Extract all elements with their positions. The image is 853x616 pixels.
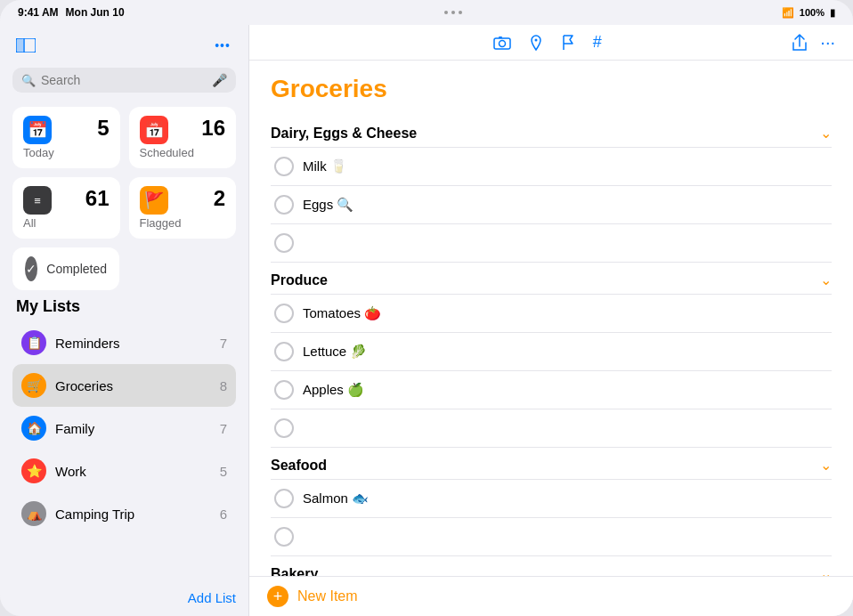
scheduled-label: Scheduled [140, 146, 226, 159]
dairy-title: Dairy, Eggs & Cheese [271, 126, 417, 142]
groceries-name: Groceries [55, 378, 211, 393]
svg-rect-0 [16, 38, 23, 53]
reminder-apples: Apples 🍏 [271, 371, 832, 409]
today-label: Today [23, 146, 110, 159]
salmon-text: Salmon 🐟 [303, 490, 832, 507]
toolbar-right: ··· [792, 32, 835, 53]
list-item-work[interactable]: ⭐ Work 5 [12, 450, 236, 492]
dot2 [451, 11, 455, 14]
add-list-button[interactable]: Add List [188, 590, 236, 605]
family-count: 7 [220, 421, 227, 436]
smart-tile-today[interactable]: 📅 5 Today [12, 107, 120, 168]
status-bar: 9:41 AM Mon Jun 10 📶 100% ▮ [0, 0, 853, 25]
camera-icon[interactable] [493, 36, 511, 50]
today-icon: 📅 [23, 116, 52, 144]
svg-rect-5 [499, 36, 502, 38]
produce-chevron[interactable]: ⌄ [820, 272, 832, 288]
reminder-lettuce: Lettuce 🥬 [271, 333, 832, 371]
dairy-empty-checkbox[interactable] [274, 233, 294, 253]
bakery-title: Bakery [271, 566, 318, 577]
reminder-milk: Milk 🥛 [271, 148, 832, 186]
reminder-tomatoes: Tomatoes 🍅 [271, 295, 832, 333]
produce-empty-checkbox[interactable] [274, 418, 294, 438]
list-item-reminders[interactable]: 📋 Reminders 7 [12, 321, 236, 364]
eggs-checkbox[interactable] [274, 195, 294, 215]
list-item-family[interactable]: 🏠 Family 7 [12, 407, 236, 450]
more-options-icon[interactable]: ··· [820, 32, 835, 53]
sidebar-more-button[interactable]: ••• [209, 32, 236, 59]
seafood-chevron[interactable]: ⌄ [820, 457, 832, 474]
groceries-icon: 🛒 [21, 373, 46, 398]
reminder-salmon: Salmon 🐟 [271, 480, 832, 518]
ipad-frame: 9:41 AM Mon Jun 10 📶 100% ▮ [0, 0, 853, 616]
toolbar-center: # [493, 33, 602, 52]
my-lists-section: My Lists 📋 Reminders 7 🛒 Groceries 8 [0, 297, 248, 583]
groceries-count: 8 [220, 378, 227, 393]
share-icon[interactable] [792, 34, 808, 52]
hashtag-icon[interactable]: # [593, 33, 602, 52]
search-input[interactable] [41, 73, 207, 87]
search-bar[interactable]: 🔍 🎤 [12, 68, 236, 93]
seafood-title-row: Seafood ⌄ [271, 451, 832, 480]
all-count: 61 [85, 186, 110, 211]
sidebar-footer: Add List [0, 583, 248, 616]
smart-lists-grid: 📅 5 Today 📅 16 Scheduled ≡ 61 [0, 98, 248, 247]
list-item-camping[interactable]: ⛺ Camping Trip 6 [12, 492, 236, 535]
sidebar-toggle-button[interactable] [12, 32, 39, 59]
battery-icon: ▮ [830, 7, 835, 19]
camping-count: 6 [220, 507, 227, 522]
milk-checkbox[interactable] [274, 157, 294, 176]
work-count: 5 [220, 464, 227, 479]
smart-tile-scheduled[interactable]: 📅 16 Scheduled [129, 107, 237, 168]
completed-section: ✓ Completed [0, 247, 248, 297]
tomatoes-checkbox[interactable] [274, 304, 294, 323]
seafood-title: Seafood [271, 458, 327, 474]
location-icon[interactable] [529, 35, 543, 51]
flagged-label: Flagged [140, 216, 226, 230]
dairy-title-row: Dairy, Eggs & Cheese ⌄ [271, 119, 832, 148]
all-label: All [23, 216, 110, 230]
milk-text: Milk 🥛 [303, 158, 832, 174]
main-layout: ••• 🔍 🎤 📅 5 Today [0, 25, 853, 616]
status-bar-right: 📶 100% ▮ [782, 7, 835, 19]
list-item-groceries[interactable]: 🛒 Groceries 8 [12, 364, 236, 407]
camping-icon: ⛺ [21, 501, 46, 526]
salmon-checkbox[interactable] [274, 489, 294, 508]
reminders-name: Reminders [55, 336, 211, 351]
flag-icon[interactable] [561, 35, 575, 51]
work-icon: ⭐ [21, 458, 46, 483]
status-bar-center [444, 11, 462, 14]
new-item-label[interactable]: New Item [297, 588, 358, 604]
apples-checkbox[interactable] [274, 380, 294, 400]
smart-tile-flagged[interactable]: 🚩 2 Flagged [129, 177, 237, 239]
scheduled-count: 16 [201, 116, 225, 141]
lettuce-text: Lettuce 🥬 [303, 344, 832, 360]
section-dairy: Dairy, Eggs & Cheese ⌄ Milk 🥛 Eggs 🔍 [271, 119, 832, 263]
lettuce-checkbox[interactable] [274, 342, 294, 361]
camping-name: Camping Trip [55, 507, 211, 522]
completed-check-icon: ✓ [25, 256, 37, 281]
status-date: Mon Jun 10 [66, 6, 125, 19]
dairy-empty-row [271, 224, 832, 263]
completed-label: Completed [46, 262, 107, 276]
reminder-eggs: Eggs 🔍 [271, 186, 832, 224]
apples-text: Apples 🍏 [303, 382, 832, 398]
smart-tile-all[interactable]: ≡ 61 All [12, 177, 120, 239]
content-toolbar: # ··· [249, 25, 853, 61]
svg-point-4 [499, 40, 505, 46]
eggs-text: Eggs 🔍 [303, 197, 832, 213]
wifi-icon: 📶 [782, 7, 794, 19]
produce-empty-row [271, 409, 832, 448]
scheduled-icon: 📅 [140, 116, 168, 144]
search-icon: 🔍 [21, 74, 36, 87]
completed-tile[interactable]: ✓ Completed [12, 247, 119, 290]
sidebar: ••• 🔍 🎤 📅 5 Today [0, 25, 249, 616]
seafood-empty-checkbox[interactable] [274, 527, 294, 547]
mic-icon[interactable]: 🎤 [212, 73, 227, 87]
new-item-plus-button[interactable]: + [267, 586, 288, 607]
bakery-chevron[interactable]: ⌄ [820, 565, 832, 576]
dairy-chevron[interactable]: ⌄ [820, 125, 832, 142]
content-scroll[interactable]: Groceries Dairy, Eggs & Cheese ⌄ Milk 🥛 … [249, 61, 853, 576]
seafood-empty-row [271, 518, 832, 556]
section-seafood: Seafood ⌄ Salmon 🐟 [271, 451, 832, 556]
